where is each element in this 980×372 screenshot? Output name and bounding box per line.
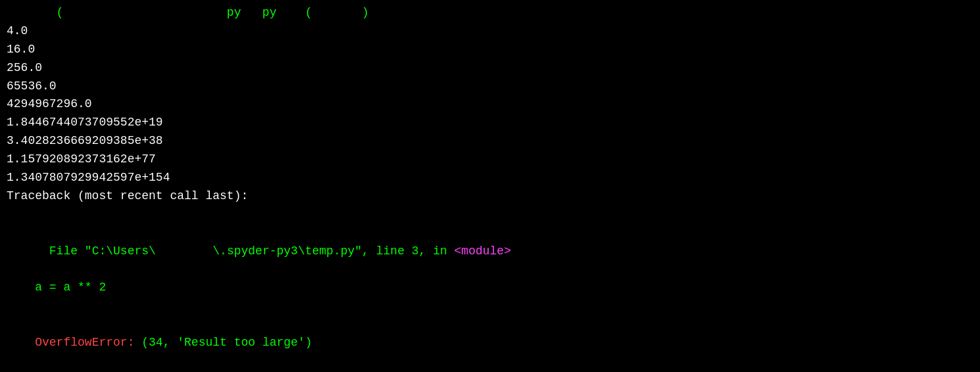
empty-line-1 [7, 206, 973, 224]
file-path-rest: \.spyder-py3\temp.py", line 3, in [212, 244, 454, 258]
error-detail: (34, 'Result too large') [134, 336, 312, 349]
output-line-3: 256.0 [7, 59, 973, 78]
console-output: ( py py ( ) 4.0 16.0 256.0 65536.0 42949… [0, 0, 980, 372]
file-line: File "C:\Users\ \.spyder-py3\temp.py", l… [7, 224, 973, 279]
module-label: <module> [454, 244, 511, 258]
output-line-5: 4294967296.0 [7, 95, 973, 114]
traceback-header: Traceback (most recent call last): [7, 187, 973, 206]
error-line: OverflowError: (34, 'Result too large') [7, 315, 973, 371]
file-path-user [156, 244, 212, 258]
output-line-7: 3.4028236669209385e+38 [7, 132, 973, 151]
empty-line-2 [7, 297, 973, 315]
code-line: a = a ** 2 [7, 279, 973, 297]
output-line-9: 1.3407807929942597e+154 [7, 169, 973, 187]
output-line-1: 4.0 [7, 22, 973, 41]
output-line-2: 16.0 [7, 41, 973, 59]
output-line-8: 1.157920892373162e+77 [7, 151, 973, 169]
error-type: OverflowError: [35, 336, 134, 349]
output-line-6: 1.8446744073709552e+19 [7, 114, 973, 132]
partial-top-line: ( py py ( ) [7, 4, 973, 22]
output-line-4: 65536.0 [7, 78, 973, 96]
file-keyword: File "C:\Users\ [35, 244, 156, 258]
